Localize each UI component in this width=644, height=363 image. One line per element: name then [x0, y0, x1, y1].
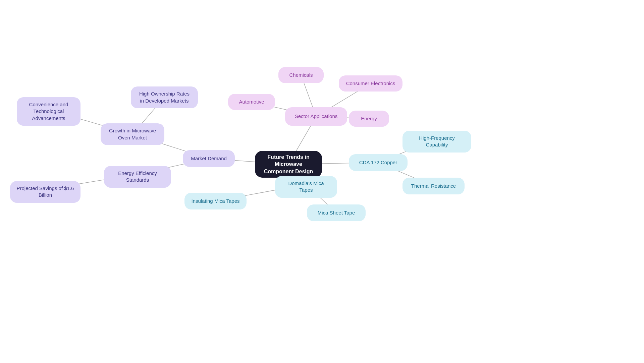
node-thermal_resistance: Thermal Resistance [402, 178, 465, 194]
node-label-energy: Energy [361, 115, 377, 122]
node-label-center: Future Trends in Microwave Component Des… [261, 154, 316, 175]
node-high_freq: High-Frequency Capability [402, 131, 471, 153]
node-cda_copper: CDA 172 Copper [349, 154, 408, 171]
node-insulating_mica: Insulating Mica Tapes [184, 193, 247, 209]
node-automotive: Automotive [228, 94, 275, 110]
node-sector_applications: Sector Applications [285, 107, 347, 126]
node-label-thermal_resistance: Thermal Resistance [411, 183, 456, 189]
node-mica_sheet: Mica Sheet Tape [307, 204, 366, 221]
node-label-energy_efficiency: Energy Efficiency Standards [110, 170, 165, 184]
node-label-growth_microwave: Growth in Microwave Oven Market [107, 127, 158, 141]
node-energy: Energy [349, 111, 389, 127]
node-energy_efficiency: Energy Efficiency Standards [104, 166, 171, 188]
node-projected_savings: Projected Savings of $1.6 Billion [10, 181, 80, 203]
node-label-mica_sheet: Mica Sheet Tape [318, 209, 355, 216]
node-chemicals: Chemicals [278, 67, 324, 83]
node-high_ownership: High Ownership Rates in Developed Market… [131, 86, 198, 108]
node-label-projected_savings: Projected Savings of $1.6 Billion [16, 185, 74, 199]
node-domadia_mica: Domadia's Mica Tapes [275, 176, 337, 198]
node-center: Future Trends in Microwave Component Des… [255, 151, 322, 178]
mind-map: Future Trends in Microwave Component Des… [0, 0, 644, 363]
node-convenience: Convenience and Technological Advancemen… [17, 97, 80, 126]
node-label-domadia_mica: Domadia's Mica Tapes [281, 180, 331, 194]
node-label-automotive: Automotive [239, 99, 264, 105]
node-label-cda_copper: CDA 172 Copper [359, 159, 397, 166]
node-label-convenience: Convenience and Technological Advancemen… [23, 101, 74, 122]
node-market_demand: Market Demand [183, 150, 235, 167]
node-label-high_ownership: High Ownership Rates in Developed Market… [137, 90, 192, 104]
node-growth_microwave: Growth in Microwave Oven Market [101, 123, 164, 145]
node-consumer_electronics: Consumer Electronics [339, 75, 402, 92]
node-label-insulating_mica: Insulating Mica Tapes [192, 198, 240, 204]
node-label-consumer_electronics: Consumer Electronics [346, 80, 395, 87]
node-label-chemicals: Chemicals [289, 72, 313, 78]
node-label-sector_applications: Sector Applications [295, 113, 338, 120]
node-label-high_freq: High-Frequency Capability [409, 135, 465, 148]
node-label-market_demand: Market Demand [191, 155, 227, 162]
